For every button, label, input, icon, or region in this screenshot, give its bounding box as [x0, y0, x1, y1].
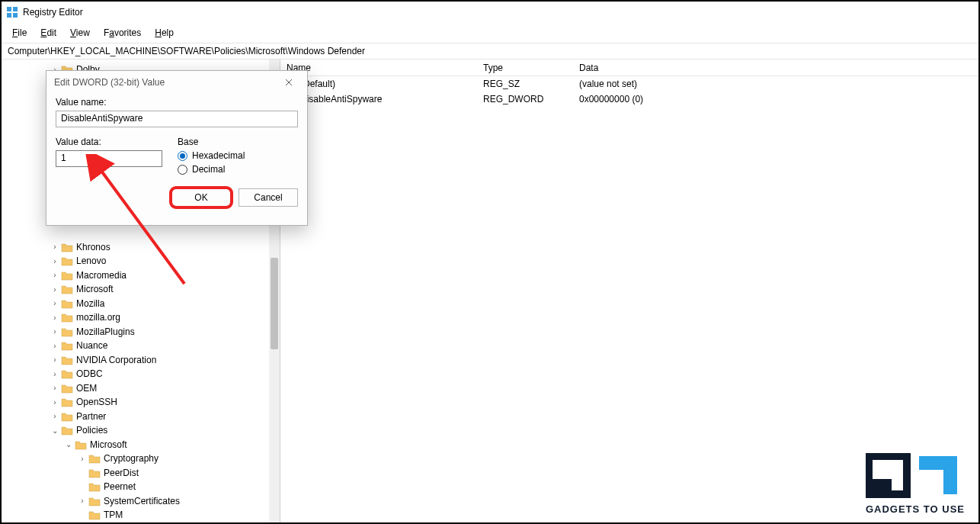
tree-item-label: OEM — [76, 383, 97, 394]
chevron-icon[interactable]: › — [78, 497, 87, 505]
watermark-text: GADGETS TO USE — [866, 503, 965, 515]
scrollbar-thumb[interactable] — [271, 258, 278, 349]
list-header: Name Type Data — [280, 59, 978, 76]
folder-icon — [61, 425, 73, 436]
chevron-icon[interactable]: › — [50, 384, 59, 392]
tree-item[interactable]: Peernet — [2, 480, 280, 494]
chevron-icon[interactable]: › — [50, 285, 59, 294]
svg-rect-10 — [869, 479, 892, 494]
tree-item[interactable]: TPM — [2, 508, 280, 522]
list-row[interactable]: 011DisableAntiSpywareREG_DWORD0x00000000… — [280, 92, 978, 107]
chevron-icon[interactable]: › — [50, 342, 59, 350]
tree-item-label: NVIDIA Corporation — [76, 355, 156, 365]
tree-item[interactable]: ⌄Policies — [2, 423, 280, 438]
svg-rect-0 — [7, 7, 11, 11]
tree-item-label: TPM — [104, 510, 123, 520]
tree-item-label: Mozilla — [76, 298, 104, 309]
chevron-icon[interactable]: › — [78, 455, 87, 463]
watermark: GADGETS TO USE — [866, 453, 965, 515]
cell-name: 011DisableAntiSpyware — [280, 94, 477, 105]
chevron-icon[interactable]: ⌄ — [50, 426, 59, 435]
base-group-label: Base — [178, 137, 298, 147]
chevron-icon[interactable]: › — [50, 257, 59, 265]
window-title: Registry Editor — [23, 7, 83, 18]
address-bar[interactable]: Computer\HKEY_LOCAL_MACHINE\SOFTWARE\Pol… — [2, 43, 978, 59]
menu-edit[interactable]: Edit — [34, 25, 62, 40]
tree-item-label: mozilla.org — [76, 312, 120, 323]
folder-icon — [88, 496, 101, 506]
chevron-icon[interactable]: › — [50, 243, 59, 251]
tree-item[interactable]: ›NVIDIA Corporation — [2, 353, 280, 368]
value-data-field[interactable]: 1 — [56, 150, 162, 167]
menu-help[interactable]: Help — [149, 25, 180, 40]
tree-item[interactable]: ›mozilla.org — [2, 310, 280, 325]
dialog-titlebar: Edit DWORD (32-bit) Value — [46, 71, 307, 94]
tree-item-label: Lenovo — [76, 256, 106, 266]
chevron-icon[interactable]: › — [50, 327, 59, 336]
chevron-icon[interactable]: › — [50, 398, 59, 407]
folder-icon — [88, 468, 101, 478]
tree-item-label: Nuance — [76, 340, 107, 351]
dialog-close-button[interactable] — [278, 74, 299, 91]
chevron-icon[interactable]: › — [50, 271, 59, 279]
tree-item-label: OpenSSH — [76, 397, 117, 407]
tree-item-label: Policies — [76, 425, 107, 436]
folder-icon — [61, 411, 73, 422]
tree-item-label: ODBC — [76, 368, 103, 379]
radio-decimal[interactable]: Decimal — [178, 164, 298, 175]
tree-item[interactable]: ›Nuance — [2, 339, 280, 353]
menu-view[interactable]: View — [64, 25, 96, 40]
list-row[interactable]: ab(Default)REG_SZ(value not set) — [280, 76, 978, 92]
tree-item[interactable]: ›Microsoft — [2, 282, 280, 297]
tree-item[interactable]: ›Lenovo — [2, 254, 280, 268]
registry-editor-window: Registry Editor File Edit View Favorites… — [0, 0, 980, 524]
col-name[interactable]: Name — [280, 63, 477, 73]
folder-icon — [61, 298, 73, 309]
tree-item[interactable]: ›MozillaPlugins — [2, 325, 280, 339]
ok-button[interactable]: OK — [171, 188, 231, 207]
radio-hex-input[interactable] — [178, 151, 187, 161]
radio-dec-input[interactable] — [178, 165, 187, 175]
address-text: Computer\HKEY_LOCAL_MACHINE\SOFTWARE\Pol… — [8, 46, 365, 56]
tree-item[interactable]: ›Mozilla — [2, 297, 280, 311]
tree-item[interactable]: ›Khronos — [2, 240, 280, 255]
tree-item-label: Cryptography — [104, 453, 159, 464]
tree-item[interactable]: ›ODBC — [2, 367, 280, 381]
tree-item[interactable]: ›Cryptography — [2, 452, 280, 466]
folder-icon — [88, 481, 101, 492]
folder-icon — [61, 355, 73, 365]
tree-item[interactable]: PeerDist — [2, 466, 280, 481]
svg-rect-2 — [7, 13, 11, 18]
chevron-icon[interactable]: › — [50, 355, 59, 364]
cell-type: REG_DWORD — [477, 94, 573, 104]
menu-file[interactable]: File — [6, 25, 33, 40]
tree-item[interactable]: ›OEM — [2, 381, 280, 396]
cancel-button[interactable]: Cancel — [239, 188, 298, 207]
chevron-icon[interactable]: ⌄ — [64, 440, 73, 448]
menu-favorites[interactable]: Favorites — [98, 25, 147, 40]
tree-item-label: Microsoft — [90, 439, 127, 450]
tree-item[interactable]: ›Windows — [2, 522, 280, 523]
tree-item[interactable]: ›Macromedia — [2, 268, 280, 283]
tree-item[interactable]: ›OpenSSH — [2, 395, 280, 410]
chevron-icon[interactable]: › — [50, 370, 59, 378]
cell-type: REG_SZ — [477, 79, 573, 89]
svg-rect-1 — [13, 7, 18, 11]
chevron-icon[interactable]: › — [50, 313, 59, 322]
value-name-field[interactable]: DisableAntiSpyware — [56, 111, 298, 127]
close-icon — [285, 79, 293, 86]
folder-icon — [75, 439, 87, 450]
radio-hexadecimal[interactable]: Hexadecimal — [178, 150, 298, 161]
tree-item[interactable]: ⌄Microsoft — [2, 438, 280, 452]
tree-item-label: Peernet — [104, 481, 136, 492]
tree-item[interactable]: ›SystemCertificates — [2, 494, 280, 509]
chevron-icon[interactable]: › — [50, 299, 59, 307]
col-type[interactable]: Type — [477, 63, 573, 73]
tree-item[interactable]: ›Partner — [2, 410, 280, 424]
dialog-title-text: Edit DWORD (32-bit) Value — [54, 77, 165, 88]
folder-icon — [88, 510, 101, 520]
folder-icon — [61, 397, 73, 407]
cell-data: 0x00000000 (0) — [573, 94, 978, 104]
chevron-icon[interactable]: › — [50, 412, 59, 420]
col-data[interactable]: Data — [573, 63, 978, 73]
